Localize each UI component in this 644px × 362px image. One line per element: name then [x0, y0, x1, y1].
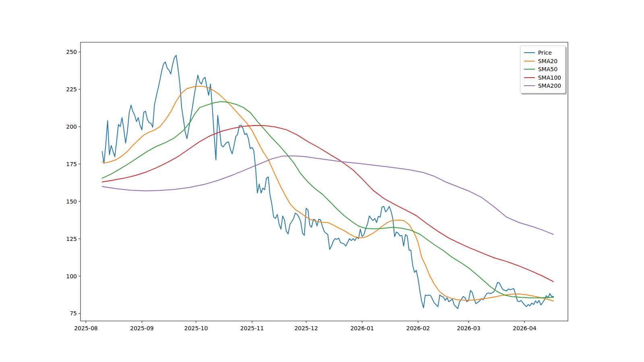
y-tick-label: 150	[66, 198, 77, 205]
series-line-sma20	[102, 86, 553, 301]
legend-item-sma100: SMA100	[524, 74, 561, 82]
price-sma-chart: 751001251501752002252502025-082025-09202…	[0, 0, 644, 362]
x-tick-label: 2025-11	[240, 325, 264, 331]
legend-label: SMA200	[538, 82, 561, 89]
y-tick-label: 125	[66, 236, 77, 242]
legend-item-sma200: SMA200	[524, 82, 561, 90]
y-tick-label: 225	[66, 86, 77, 93]
series-line-price	[102, 55, 553, 309]
x-tick-label: 2025-12	[294, 325, 318, 331]
x-tick-label: 2026-03	[457, 325, 481, 331]
y-tick-label: 200	[66, 123, 77, 130]
legend-item-price: Price	[524, 49, 561, 57]
x-tick-label: 2025-08	[74, 325, 98, 331]
series-line-sma100	[102, 125, 553, 282]
plot-border	[80, 42, 568, 321]
x-tick-label: 2026-04	[513, 325, 537, 331]
legend-label: SMA20	[538, 58, 557, 64]
y-tick-label: 175	[66, 161, 77, 167]
legend: PriceSMA20SMA50SMA100SMA200	[520, 45, 566, 93]
legend-label: SMA100	[538, 74, 561, 81]
legend-line-sample	[524, 85, 535, 86]
x-tick-label: 2025-10	[184, 325, 208, 331]
legend-label: SMA50	[538, 66, 557, 72]
x-tick-label: 2026-02	[406, 325, 430, 331]
legend-line-sample	[524, 77, 535, 78]
series-line-sma50	[102, 102, 553, 298]
legend-line-sample	[524, 52, 535, 53]
legend-item-sma20: SMA20	[524, 57, 561, 66]
y-tick-label: 100	[66, 273, 77, 280]
x-tick-label: 2025-09	[130, 325, 154, 331]
x-tick-label: 2026-01	[350, 325, 374, 331]
legend-line-sample	[524, 61, 535, 62]
y-tick-label: 75	[70, 310, 77, 317]
legend-line-sample	[524, 69, 535, 70]
legend-item-sma50: SMA50	[524, 65, 561, 74]
legend-label: Price	[538, 49, 552, 56]
y-tick-label: 250	[66, 49, 77, 55]
